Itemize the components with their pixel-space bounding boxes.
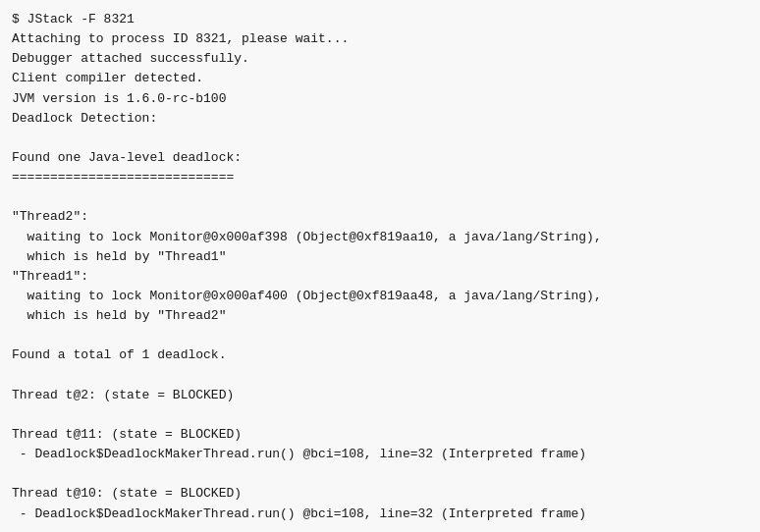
terminal-output: $ JStack -F 8321 Attaching to process ID…: [12, 10, 748, 524]
terminal-window: $ JStack -F 8321 Attaching to process ID…: [0, 0, 760, 532]
